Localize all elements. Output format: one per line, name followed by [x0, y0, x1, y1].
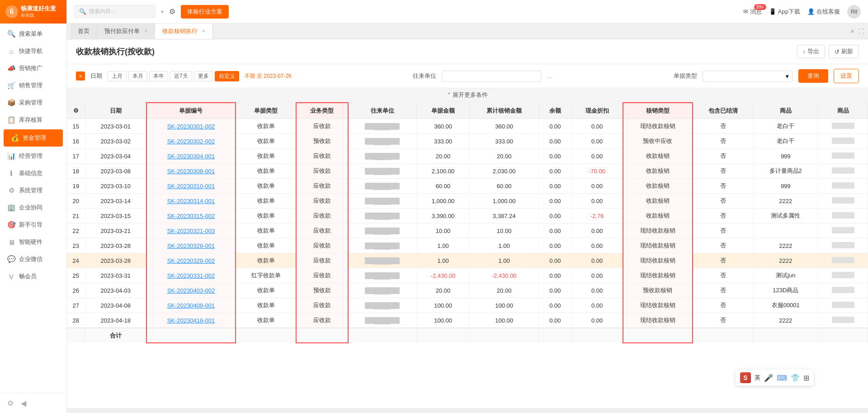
- sidebar-item-member[interactable]: V畅会员: [0, 268, 66, 285]
- cell-goods2: [818, 194, 868, 209]
- unit-filter-input[interactable]: [442, 71, 541, 82]
- sidebar-bottom: ⚙ ◀: [0, 393, 66, 413]
- sidebar-item-inventory[interactable]: 📋库存核算: [0, 111, 66, 128]
- cell-goods2: [818, 298, 868, 313]
- bill-no-link[interactable]: SK-20230314-001: [167, 198, 215, 204]
- bill-no-link[interactable]: SK-20230408-001: [167, 302, 215, 309]
- sidebar-item-purchase[interactable]: 📦采购管理: [0, 94, 66, 111]
- custom-date-btn[interactable]: 自定义: [215, 71, 239, 81]
- sidebar-label-member: 畅会员: [19, 272, 37, 280]
- settings-button[interactable]: 设置: [834, 69, 859, 83]
- bill-no-link[interactable]: SK-20230403-002: [167, 287, 215, 294]
- cell-goods: 老白干: [753, 119, 818, 134]
- tab-collection-close[interactable]: ×: [202, 28, 205, 34]
- tab-collection[interactable]: 收款核销执行 ×: [155, 24, 213, 39]
- cell-goods2: [818, 223, 868, 238]
- sidebar-item-search[interactable]: 🔍搜索菜单: [0, 25, 66, 43]
- bill-no-link[interactable]: SK-20230328-002: [167, 257, 215, 264]
- industry-solution-button[interactable]: 体验行业方案: [181, 5, 229, 19]
- bill-no-link[interactable]: SK-20230301-002: [167, 123, 215, 130]
- bill-no-link[interactable]: SK-20230310-001: [167, 183, 215, 190]
- last-7-days-btn[interactable]: 近7天: [170, 71, 192, 81]
- sidebar-item-corp[interactable]: 🏢企业协同: [0, 199, 66, 216]
- cell-acc-amount: 1.00: [470, 253, 539, 268]
- refresh-button[interactable]: ↺ 刷新: [829, 45, 859, 58]
- tab-close-all-icon[interactable]: ✕: [850, 28, 855, 35]
- filter-dots[interactable]: ...: [547, 72, 552, 80]
- bill-type-select[interactable]: ▾: [703, 71, 793, 82]
- export-button[interactable]: ↑ 导出: [797, 45, 826, 58]
- bill-no-link[interactable]: SK-20230315-002: [167, 213, 215, 219]
- gear-icon[interactable]: ⚙: [169, 7, 175, 16]
- tab-prepay[interactable]: 预付款应付单 ×: [97, 24, 155, 39]
- bill-no-link[interactable]: SK-20230328-001: [167, 242, 215, 249]
- app-label: App下载: [778, 8, 800, 16]
- cell-write-off-type: 现结收款核销: [623, 238, 693, 253]
- message-button[interactable]: ✉ 消息 99+: [743, 8, 762, 16]
- sidebar-item-marketing[interactable]: 📣营销推广: [0, 60, 66, 77]
- topbar-search[interactable]: 🔍 搜索内容...: [74, 5, 156, 18]
- cell-cash-discount: -2.76: [571, 209, 623, 223]
- sidebar-item-sales[interactable]: 🛒销售管理: [0, 77, 66, 94]
- sidebar-icon-wechat: 💬: [7, 255, 15, 263]
- collapse-icon[interactable]: ◀: [21, 399, 26, 408]
- bill-no-link[interactable]: SK-20230308-001: [167, 168, 215, 175]
- cell-cash-discount: 0.00: [571, 238, 623, 253]
- filter-collapse-btn[interactable]: »: [76, 71, 85, 81]
- sidebar-item-quick[interactable]: ⌂快捷导航: [0, 43, 66, 60]
- watermark-text: 英: [755, 374, 760, 382]
- bill-no-link[interactable]: SK-20230302-002: [167, 138, 215, 145]
- cell-acc-amount: 100.00: [470, 313, 539, 328]
- cell-goods2: [818, 238, 868, 253]
- cell-bill-type: 收款单: [236, 149, 296, 164]
- cell-bill-no: SK-20230328-002: [146, 253, 236, 268]
- cell-biz-type: 应收款: [296, 223, 348, 238]
- sidebar-item-operation[interactable]: 📊经营管理: [0, 147, 66, 165]
- horizontal-scrollbar[interactable]: [67, 408, 868, 413]
- footer-include-cleared: [693, 328, 753, 343]
- cell-cash-discount: 0.00: [571, 149, 623, 164]
- tab-home[interactable]: 首页: [71, 24, 97, 39]
- sidebar-item-guide[interactable]: 🎯新手引导: [0, 216, 66, 233]
- sidebar-item-system[interactable]: ⚙系统管理: [0, 182, 66, 199]
- footer-unit: [348, 328, 417, 343]
- cell-goods: 测试jun: [753, 268, 818, 283]
- tab-prepay-close[interactable]: ×: [144, 28, 147, 34]
- cell-goods: 2222: [753, 313, 818, 328]
- main-area: 🔍 搜索内容... ▾ ⚙ 体验行业方案 ✉ 消息 99+ 📱 App下载 👤 …: [67, 0, 868, 413]
- refresh-icon: ↺: [835, 48, 840, 55]
- cell-biz-type: 应收款: [296, 253, 348, 268]
- bill-no-link[interactable]: SK-20230321-003: [167, 228, 215, 234]
- sidebar-item-device[interactable]: 🖥智能硬件: [0, 233, 66, 251]
- this-month-btn[interactable]: 本月: [128, 71, 147, 81]
- cell-cash-discount: 0.00: [571, 179, 623, 194]
- online-service-button[interactable]: 👤 在线客服: [807, 8, 840, 16]
- bill-no-link[interactable]: SK-20230304-001: [167, 153, 215, 160]
- tab-expand-icon[interactable]: ⛶: [859, 28, 864, 35]
- sidebar-label-purchase: 采购管理: [19, 99, 42, 107]
- more-date-btn[interactable]: 更多: [194, 71, 213, 81]
- expand-conditions-bar[interactable]: ˅ 展开更多条件: [67, 88, 868, 102]
- cell-cash-discount: 0.00: [571, 134, 623, 149]
- bill-no-link[interactable]: SK-20230331-002: [167, 272, 215, 279]
- col-bill-no: 单据编号: [146, 103, 236, 119]
- last-month-btn[interactable]: 上月: [108, 71, 127, 81]
- this-year-btn[interactable]: 本年: [149, 71, 168, 81]
- sidebar-item-wechat[interactable]: 💬企业微信: [0, 251, 66, 268]
- app-download-button[interactable]: 📱 App下载: [769, 8, 800, 16]
- sidebar-label-marketing: 营销推广: [19, 64, 42, 72]
- col-settings-icon: ⚙: [73, 107, 79, 114]
- sidebar-label-sales: 销售管理: [19, 81, 42, 90]
- bill-no-link[interactable]: SK-20230418-001: [167, 317, 215, 324]
- app-logo-text: 畅康道好生意 标推版: [21, 5, 56, 19]
- cell-cash-discount: -70.00: [571, 164, 623, 179]
- settings-bottom-icon[interactable]: ⚙: [7, 399, 14, 408]
- sidebar-item-basic[interactable]: ℹ基础信息: [0, 165, 66, 182]
- query-button[interactable]: 查询: [798, 69, 828, 83]
- cell-seq: 25: [67, 268, 85, 283]
- cell-cash-discount: 0.00: [571, 313, 623, 328]
- col-settings[interactable]: ⚙: [67, 103, 85, 119]
- avatar[interactable]: Rit: [847, 5, 861, 19]
- sidebar-item-finance[interactable]: 💰资金管理: [4, 129, 63, 147]
- dropdown-icon[interactable]: ▾: [161, 9, 164, 15]
